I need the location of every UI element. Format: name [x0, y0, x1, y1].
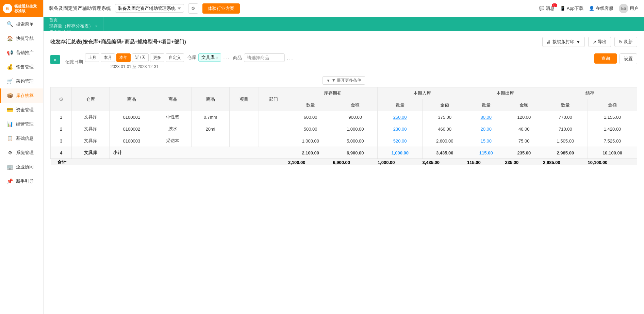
sidebar-item-operations[interactable]: 📊 经营管理: [0, 117, 43, 131]
sidebar-label-system: 系统管理: [16, 150, 34, 156]
sidebar-item-finance[interactable]: 💳 资金管理: [0, 103, 43, 117]
this-year-btn[interactable]: 本年: [116, 53, 131, 62]
th-out-group: 本期出库: [467, 87, 543, 99]
app-download-button[interactable]: 📱 App下载: [560, 5, 583, 12]
sidebar-icon-newbie: 📌: [6, 178, 13, 184]
cell-subtotal-out-qty[interactable]: 115.00: [467, 147, 505, 159]
user-menu[interactable]: Ea 用户: [619, 4, 639, 13]
cell-subtotal-in-qty[interactable]: 1,000.00: [378, 147, 423, 159]
page-header-actions: 🖨 拨锁版打印 ▼ ↗ 导出 ↻ 刷新: [542, 37, 637, 47]
total-in-amt: 3,435.00: [422, 159, 467, 165]
sidebar-item-purchase[interactable]: 🛒 采购管理: [0, 74, 43, 88]
warehouse-tag-close[interactable]: ×: [216, 55, 218, 60]
cell-out-qty[interactable]: 15.00: [467, 135, 505, 147]
online-service-button[interactable]: 👤 在线客服: [589, 5, 613, 12]
export-button[interactable]: ↗ 导出: [588, 37, 611, 47]
th-out-amt: 金额: [505, 99, 543, 111]
main-area: 装备及固定资产辅助管理系统 装备及固定资产辅助管理系统 ⚙ 体验行业方案 💬 消…: [44, 0, 644, 314]
cell-in-qty[interactable]: 230.00: [378, 123, 423, 135]
goods-filter-label: 商品: [233, 55, 242, 61]
sidebar-icon-base-info: 📋: [6, 135, 13, 142]
date-range-text: 2023-01-01 至 2023-12-31: [109, 63, 160, 70]
cell-out-amt: 75.00: [505, 135, 543, 147]
more-date-btn[interactable]: 更多: [150, 53, 164, 62]
sidebar-item-corp[interactable]: 🏢 企业协同: [0, 160, 43, 174]
th-goods-name: 商品: [154, 87, 192, 111]
this-month-btn[interactable]: 本月: [101, 53, 115, 62]
tab-inventory-dist[interactable]: 现存量（库存分布表）×: [44, 23, 103, 29]
cell-opening-amt: 5,000.00: [333, 135, 378, 147]
sidebar-item-quick-nav[interactable]: 🏠 快捷导航: [0, 31, 43, 46]
th-closing-group: 结存: [543, 87, 637, 99]
sidebar-item-inventory[interactable]: 📦 库存核算: [0, 88, 43, 103]
sidebar-item-sales[interactable]: 💰 销售管理: [0, 60, 43, 74]
cell-warehouse: 文具库: [72, 123, 109, 135]
filter-toggle-button[interactable]: «: [50, 55, 60, 64]
sidebar-item-marketing[interactable]: 📢 营销推广: [0, 46, 43, 60]
sidebar-item-search[interactable]: 🔍 搜索菜单: [0, 17, 43, 31]
cell-closing-qty: 1,505.00: [543, 135, 588, 147]
cell-closing-amt: 7,525.00: [588, 135, 637, 147]
phone-icon: 📱: [560, 6, 565, 11]
th-settings[interactable]: ⚙: [51, 87, 72, 111]
cell-closing-qty: 710.00: [543, 123, 588, 135]
tab-bar: 首页现存量（库存分布表）×库存批次账×出入库流水×出入库汇总×收发存汇总表×: [44, 17, 644, 31]
goods-filter-input[interactable]: [244, 53, 285, 62]
tab-label-home: 首页: [49, 17, 58, 23]
sidebar-item-newbie[interactable]: 📌 新手引导: [0, 174, 43, 188]
cell-subtotal-no: 4: [51, 147, 72, 159]
cell-out-amt: 40.00: [505, 123, 543, 135]
sidebar-label-finance: 资金管理: [16, 107, 34, 113]
cell-project: [229, 111, 259, 123]
settings-button[interactable]: ⚙: [188, 3, 198, 14]
cell-in-qty[interactable]: 520.00: [378, 135, 423, 147]
sidebar-item-base-info[interactable]: 📋 基础信息: [0, 131, 43, 146]
cell-no: 2: [51, 123, 72, 135]
messages-button[interactable]: 💬 消息 6: [539, 5, 555, 12]
logo-icon: 6: [3, 4, 12, 13]
print-button[interactable]: 🖨 拨锁版打印 ▼: [542, 37, 585, 47]
cell-in-qty[interactable]: 250.00: [378, 111, 423, 123]
cell-out-qty[interactable]: 80.00: [467, 111, 505, 123]
cell-goods-code: 0100001: [109, 111, 154, 123]
query-button[interactable]: 查询: [594, 53, 617, 64]
custom-date-btn[interactable]: 自定义: [166, 53, 184, 62]
th-in-amt: 金额: [422, 99, 467, 111]
th-goods-code: 商品: [109, 87, 154, 111]
total-opening-amt: 6,900.00: [333, 159, 378, 165]
cell-closing-amt: 1,420.00: [588, 123, 637, 135]
cell-goods-spec: [192, 135, 230, 147]
cell-in-amt: 2,600.00: [422, 135, 467, 147]
cell-out-qty[interactable]: 20.00: [467, 123, 505, 135]
cell-opening-qty: 500.00: [288, 123, 333, 135]
sidebar-icon-purchase: 🛒: [6, 78, 13, 84]
th-closing-qty: 数量: [543, 99, 588, 111]
prev-month-btn[interactable]: 上月: [85, 53, 99, 62]
table-settings-icon[interactable]: ⚙: [59, 96, 63, 102]
expand-bar: ▼ ▼ 展开更多条件: [44, 74, 644, 87]
warehouse-filter-label: 仓库: [187, 54, 196, 61]
filter-settings-button[interactable]: 设置: [620, 53, 637, 64]
cell-subtotal-opening-amt: 6,900.00: [333, 147, 378, 159]
message-icon: 💬: [539, 6, 544, 11]
sidebar-label-newbie: 新手引导: [16, 178, 34, 184]
sidebar-label-operations: 经营管理: [16, 121, 34, 127]
tab-home[interactable]: 首页: [44, 17, 103, 23]
cell-subtotal-label: 小计: [109, 147, 288, 159]
system-select[interactable]: 装备及固定资产辅助管理系统: [115, 4, 184, 13]
expand-conditions-button[interactable]: ▼ ▼ 展开更多条件: [323, 76, 365, 85]
trial-button[interactable]: 体验行业方案: [202, 3, 240, 14]
goods-more-button[interactable]: ...: [287, 55, 293, 61]
sidebar-item-system[interactable]: ⚙ 系统管理: [0, 146, 43, 160]
cell-in-amt: 375.00: [422, 111, 467, 123]
last-7days-btn[interactable]: 近7天: [132, 53, 149, 62]
warehouse-more-button[interactable]: ...: [223, 54, 230, 61]
date-filter-group: 记账日期 上月 本月 本年 近7天 更多 自定义 2023-01-01 至 20…: [65, 53, 184, 70]
sidebar-label-base-info: 基础信息: [16, 135, 34, 142]
th-opening-qty: 数量: [288, 99, 333, 111]
tab-close-batch[interactable]: ×: [73, 30, 76, 31]
refresh-button[interactable]: ↻ 刷新: [614, 37, 637, 47]
cell-opening-amt: 1,000.00: [333, 123, 378, 135]
tab-close-inventory-dist[interactable]: ×: [95, 24, 98, 29]
sidebar-icon-system: ⚙: [6, 150, 13, 156]
